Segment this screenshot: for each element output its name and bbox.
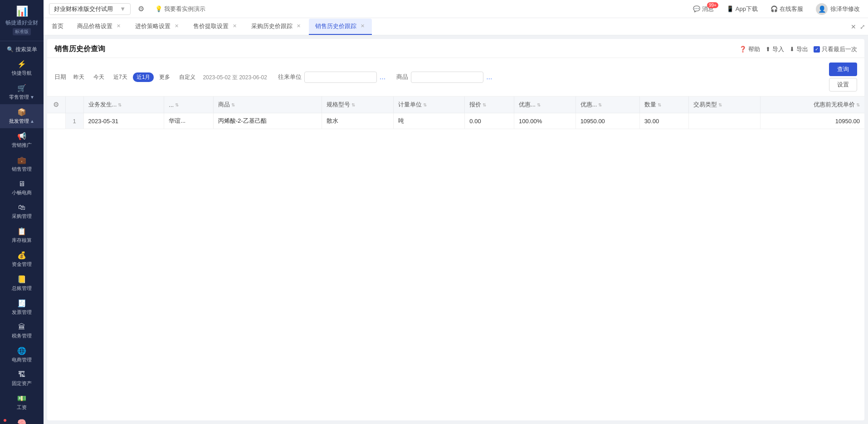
topbar-gear-icon[interactable]: ⚙ bbox=[136, 3, 146, 15]
th-biz-date[interactable]: 业务发生... ⇅ bbox=[83, 96, 164, 113]
th-unit[interactable]: 计量单位 ⇅ bbox=[393, 96, 464, 113]
tab-home[interactable]: 首页 bbox=[45, 19, 70, 35]
date-opt-last1m[interactable]: 近1月 bbox=[133, 72, 154, 82]
sidebar-item-finance[interactable]: 💰 资金管理 bbox=[0, 247, 44, 271]
sidebar-item-sales[interactable]: 💼 销售管理 bbox=[0, 152, 44, 176]
app-download-button[interactable]: 📱 App下载 bbox=[724, 3, 761, 15]
filter-bar: 日期 昨天 今天 近7天 近1月 更多 自定义 2023-05-02 至 202… bbox=[47, 58, 864, 96]
settings-button[interactable]: 设置 bbox=[829, 78, 857, 92]
date-opt-more[interactable]: 更多 bbox=[156, 72, 174, 82]
pre-tax-price-sort-icon: ⇅ bbox=[856, 102, 860, 107]
username-label: 徐泽华修改 bbox=[830, 5, 860, 13]
tab-sale-extract[interactable]: 售价提取设置 ✕ bbox=[187, 19, 244, 35]
tab-product-price[interactable]: 商品价格设置 ✕ bbox=[71, 19, 128, 35]
tab-purchase-history[interactable]: 采购历史价跟踪 ✕ bbox=[245, 19, 308, 35]
sidebar-item-wholesale[interactable]: 📦 批发管理 ▲ bbox=[0, 104, 44, 128]
th-discount1[interactable]: 优惠... ⇅ bbox=[514, 96, 576, 113]
product-input[interactable] bbox=[411, 72, 483, 83]
tab-purchase-history-close[interactable]: ✕ bbox=[295, 23, 302, 29]
salary-icon: 💵 bbox=[17, 394, 26, 403]
discount1-sort-icon: ⇅ bbox=[537, 102, 541, 107]
th-dots-label: ... bbox=[169, 101, 174, 108]
table-gear-icon[interactable]: ⚙ bbox=[53, 101, 59, 108]
row-gear bbox=[47, 113, 65, 129]
th-pre-tax-price-label: 优惠前无税单价 bbox=[814, 101, 855, 109]
online-service-button[interactable]: 🎧 在线客服 bbox=[768, 3, 806, 15]
th-trans-type[interactable]: 交易类型 ⇅ bbox=[689, 96, 760, 113]
row-discount1: 100.00% bbox=[514, 113, 576, 129]
date-opt-yesterday[interactable]: 昨天 bbox=[70, 72, 88, 82]
headset-icon: 🎧 bbox=[770, 5, 778, 12]
page-actions: ❓ 帮助 ⬆ 导入 ⬇ 导出 ✓ 只看最后一次 bbox=[739, 45, 857, 53]
tab-sale-history-close[interactable]: ✕ bbox=[359, 23, 366, 29]
th-discount2[interactable]: 优惠... ⇅ bbox=[575, 96, 639, 113]
help-link[interactable]: ❓ 帮助 bbox=[739, 45, 760, 53]
sidebar-item-ecommerce[interactable]: 🌐 电商管理 bbox=[0, 343, 44, 367]
product-dots[interactable]: ... bbox=[486, 73, 492, 81]
sidebar-item-general[interactable]: 📒 总账管理 bbox=[0, 271, 44, 295]
demo-button[interactable]: 💡 我要看实例演示 bbox=[151, 3, 209, 15]
xiaochang-icon: 🖥 bbox=[18, 180, 25, 188]
sidebar-item-inventory[interactable]: 📋 库存核算 bbox=[0, 223, 44, 247]
message-icon: 💬 bbox=[693, 5, 700, 12]
row-product-prefix: 华谊... bbox=[164, 113, 213, 129]
source-dots[interactable]: ... bbox=[380, 73, 385, 81]
sidebar: 📊 畅捷通好业财 标准版 🔍 搜索菜单 ⚡ 快捷导航 🛒 零售管理 ▼ 📦 批发… bbox=[0, 0, 44, 424]
tab-sale-extract-close[interactable]: ✕ bbox=[231, 23, 238, 29]
date-opt-today[interactable]: 今天 bbox=[90, 72, 108, 82]
tab-home-label: 首页 bbox=[52, 22, 63, 30]
tab-close-window[interactable]: ✕ bbox=[850, 23, 857, 30]
tab-sale-history[interactable]: 销售历史价跟踪 ✕ bbox=[309, 19, 372, 35]
th-quantity[interactable]: 数量 ⇅ bbox=[639, 96, 689, 113]
sidebar-item-tax[interactable]: 🏛 税务管理 bbox=[0, 319, 44, 343]
import-label: 导入 bbox=[772, 45, 784, 53]
th-dots[interactable]: ... ⇅ bbox=[164, 96, 213, 113]
sidebar-item-quicknav[interactable]: ⚡ 快捷导航 bbox=[0, 56, 44, 80]
user-menu[interactable]: 👤 徐泽华修改 bbox=[813, 1, 863, 17]
finance-icon: 💰 bbox=[17, 251, 26, 260]
date-options: 昨天 今天 近7天 近1月 更多 自定义 bbox=[70, 72, 199, 82]
quicknav-label: 快捷导航 bbox=[12, 70, 32, 77]
help-label: 帮助 bbox=[748, 45, 760, 53]
sidebar-search[interactable]: 🔍 搜索菜单 bbox=[0, 41, 44, 56]
th-price[interactable]: 报价 ⇅ bbox=[465, 96, 514, 113]
tab-maximize-window[interactable]: ⤢ bbox=[859, 23, 866, 30]
export-link[interactable]: ⬇ 导出 bbox=[790, 45, 808, 53]
tab-purchase-strategy-close[interactable]: ✕ bbox=[173, 23, 180, 29]
sidebar-item-salary[interactable]: 💵 工资 bbox=[0, 390, 44, 414]
product-sort-icon: ⇅ bbox=[231, 102, 235, 107]
quicknav-icon: ⚡ bbox=[17, 60, 26, 68]
sidebar-item-purchase[interactable]: 🛍 采购管理 bbox=[0, 200, 44, 223]
tab-sale-extract-label: 售价提取设置 bbox=[193, 22, 229, 30]
sidebar-item-smart[interactable]: 🧠 智能管理 bbox=[0, 414, 44, 424]
wholesale-arrow: ▲ bbox=[30, 119, 34, 124]
sidebar-item-invoice[interactable]: 🧾 发票管理 bbox=[0, 295, 44, 319]
source-input[interactable] bbox=[304, 72, 377, 83]
th-product[interactable]: 商品 ⇅ bbox=[213, 96, 322, 113]
message-button[interactable]: 💬 消息 99+ bbox=[690, 3, 717, 15]
th-spec[interactable]: 规格型号 ⇅ bbox=[322, 96, 393, 113]
query-button[interactable]: 查询 bbox=[829, 63, 857, 76]
invoice-icon: 🧾 bbox=[17, 299, 26, 308]
module-select[interactable]: 好业财标准版交付试用 ▼ bbox=[49, 3, 131, 15]
date-opt-last7[interactable]: 近7天 bbox=[110, 72, 131, 82]
discount2-sort-icon: ⇅ bbox=[598, 102, 602, 107]
sidebar-item-marketing[interactable]: 📢 营销推广 bbox=[0, 128, 44, 152]
sidebar-item-assets[interactable]: 🏗 固定资产 bbox=[0, 367, 44, 390]
sidebar-item-xiaochang[interactable]: 🖥 小畅电商 bbox=[0, 176, 44, 200]
th-pre-tax-price[interactable]: 优惠前无税单价 ⇅ bbox=[760, 96, 864, 113]
retail-label: 零售管理 bbox=[9, 94, 29, 101]
module-select-label: 好业财标准版交付试用 bbox=[54, 5, 113, 13]
product-filter-group: 商品 ... bbox=[396, 72, 492, 83]
date-opt-custom[interactable]: 自定义 bbox=[176, 72, 199, 82]
smart-icon: 🧠 bbox=[17, 418, 26, 424]
import-link[interactable]: ⬆ 导入 bbox=[766, 45, 784, 53]
wholesale-label: 批发管理 bbox=[9, 118, 29, 125]
ecommerce-icon: 🌐 bbox=[17, 347, 26, 355]
only-last-checkbox[interactable]: ✓ 只看最后一次 bbox=[814, 45, 857, 53]
tab-purchase-strategy[interactable]: 进价策略设置 ✕ bbox=[129, 19, 186, 35]
sidebar-item-retail[interactable]: 🛒 零售管理 ▼ bbox=[0, 80, 44, 104]
tab-product-price-close[interactable]: ✕ bbox=[115, 23, 122, 29]
tab-product-price-label: 商品价格设置 bbox=[77, 22, 112, 30]
dots-sort-icon: ⇅ bbox=[175, 102, 179, 107]
